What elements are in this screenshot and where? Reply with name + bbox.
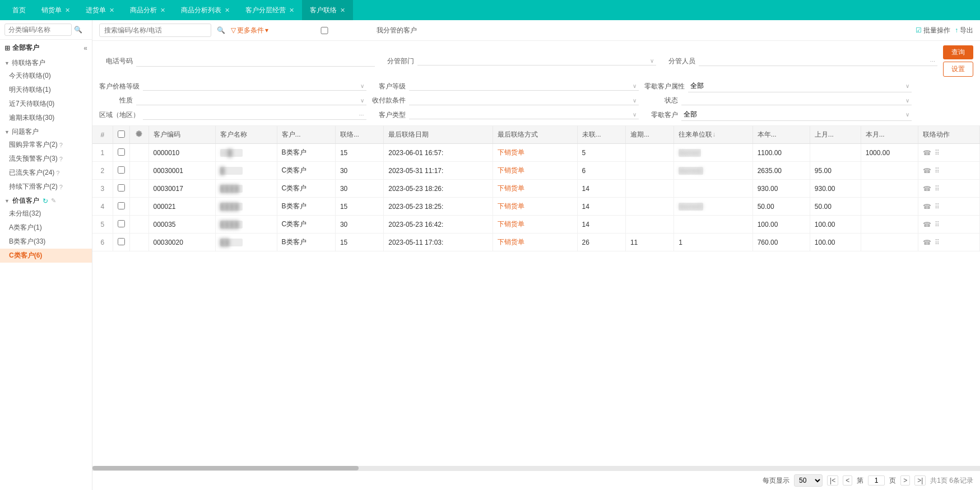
- sidebar-item-tomorrow[interactable]: 明天待联络(1): [0, 83, 92, 97]
- sidebar-item-churn-warn[interactable]: 流失预警客户(3) ?: [0, 152, 92, 166]
- cell-checkbox[interactable]: [113, 234, 129, 251]
- filter-price-level-select[interactable]: ∨: [143, 82, 366, 91]
- cell-checkbox[interactable]: [113, 162, 129, 180]
- contact-phone-icon[interactable]: ☎: [923, 149, 931, 157]
- edit-icon[interactable]: ✎: [51, 197, 56, 204]
- sidebar-item-ungrouped[interactable]: 未分组(32): [0, 207, 92, 221]
- filter-region-select[interactable]: ···: [143, 110, 366, 120]
- filter-customer-level-select[interactable]: ∨: [409, 82, 639, 91]
- help-churned-icon[interactable]: ?: [56, 170, 59, 176]
- select-all-checkbox[interactable]: [118, 130, 125, 138]
- more-actions-icon[interactable]: ⠿: [935, 167, 940, 175]
- search-input[interactable]: [99, 24, 211, 37]
- nav-sales[interactable]: 销货单 ✕: [34, 0, 78, 20]
- cell-unit-history: blurred: [674, 144, 753, 162]
- sidebar-group-value[interactable]: 价值客户 ↻ ✎: [0, 194, 92, 207]
- row-checkbox[interactable]: [118, 184, 125, 192]
- more-actions-icon[interactable]: ⠿: [935, 149, 940, 157]
- row-checkbox[interactable]: [118, 148, 125, 156]
- more-actions-icon[interactable]: ⠿: [935, 239, 940, 246]
- help-churn-warn-icon[interactable]: ?: [59, 156, 63, 162]
- cell-checkbox[interactable]: [113, 144, 129, 162]
- nav-next-btn[interactable]: >: [900, 475, 910, 486]
- contact-phone-icon[interactable]: ☎: [923, 203, 931, 211]
- my-managed-checkbox[interactable]: 我分管的客户: [274, 26, 417, 35]
- close-contact-icon[interactable]: ✕: [340, 7, 345, 14]
- export-btn[interactable]: ↑ 导出: [955, 26, 973, 35]
- nav-prev-btn[interactable]: <: [843, 475, 852, 486]
- close-purchase-icon[interactable]: ✕: [109, 7, 114, 14]
- close-analysis-icon[interactable]: ✕: [160, 7, 165, 14]
- sidebar-search-input[interactable]: [4, 24, 72, 36]
- filter-customer-level-label: 客户等级: [372, 82, 406, 91]
- sidebar-item-abnormal[interactable]: 囤购异常客户(2) ?: [0, 138, 92, 152]
- cell-not-contacted: 14: [577, 198, 625, 216]
- batch-action-btn[interactable]: ☑ 批量操作: [916, 26, 950, 35]
- contact-phone-icon[interactable]: ☎: [923, 239, 931, 246]
- filter-dept-select[interactable]: ∨: [417, 57, 656, 66]
- sidebar-item-week[interactable]: 近7天待联络(0): [0, 97, 92, 111]
- row-checkbox[interactable]: [118, 166, 125, 174]
- per-page-select[interactable]: 50 100: [794, 474, 823, 487]
- row-checkbox[interactable]: [118, 202, 125, 209]
- row-checkbox[interactable]: [118, 238, 125, 245]
- more-actions-icon[interactable]: ⠿: [935, 203, 940, 211]
- sidebar-item-class-c[interactable]: C类客户(6): [0, 249, 92, 263]
- sidebar-group-pending[interactable]: 待联络客户: [0, 56, 92, 69]
- row-checkbox[interactable]: [118, 220, 125, 227]
- help-abnormal-icon[interactable]: ?: [59, 142, 63, 148]
- manager-more-icon[interactable]: ···: [930, 58, 935, 64]
- sidebar-collapse-icon[interactable]: «: [83, 44, 87, 52]
- filter-payment-select[interactable]: ∨: [409, 96, 639, 105]
- filter-status-select[interactable]: ∨: [681, 96, 912, 105]
- nav-customer-layer[interactable]: 客户分层经营 ✕: [238, 0, 302, 20]
- my-managed-check[interactable]: [274, 27, 375, 34]
- close-analysis-list-icon[interactable]: ✕: [225, 7, 230, 14]
- more-actions-icon[interactable]: ⠿: [935, 221, 940, 228]
- close-layer-icon[interactable]: ✕: [289, 7, 294, 14]
- filter-row-1: 电话号码 分管部门 ∨ 分管人员 ···: [99, 45, 973, 77]
- nav-product-analysis[interactable]: 商品分析 ✕: [122, 0, 173, 20]
- nav-home[interactable]: 首页: [4, 0, 34, 20]
- refresh-icon[interactable]: ↻: [43, 197, 48, 205]
- sidebar-all-customers[interactable]: ⊞ 全部客户 «: [0, 40, 92, 56]
- filter-more-btn[interactable]: ▽ 更多条件 ▾: [231, 26, 268, 35]
- close-sales-icon[interactable]: ✕: [65, 7, 70, 14]
- cell-checkbox[interactable]: [113, 198, 129, 216]
- cell-checkbox[interactable]: [113, 180, 129, 198]
- query-button[interactable]: 查询: [943, 45, 973, 59]
- filter-customer-type-select[interactable]: ∨: [409, 110, 639, 119]
- sidebar-search-icon[interactable]: 🔍: [74, 26, 82, 34]
- filter-phone-input[interactable]: [136, 56, 375, 67]
- col-header-gear[interactable]: [129, 126, 148, 144]
- contact-phone-icon[interactable]: ☎: [923, 221, 931, 228]
- filter-retail-attr-select[interactable]: 全部 ∨: [688, 80, 912, 92]
- cell-checkbox[interactable]: [113, 216, 129, 234]
- nav-last-btn[interactable]: >|: [914, 475, 926, 486]
- horizontal-scrollbar[interactable]: [92, 466, 980, 470]
- page-input[interactable]: [868, 475, 885, 486]
- sidebar-item-churned[interactable]: 已流失客户(24) ?: [0, 166, 92, 180]
- nav-purchase[interactable]: 进货单 ✕: [78, 0, 122, 20]
- filter-retail-select[interactable]: 全部 ∨: [681, 109, 912, 121]
- nav-customer-contact[interactable]: 客户联络 ✕: [302, 0, 353, 20]
- sidebar-item-overdue[interactable]: 逾期未联络(30): [0, 111, 92, 125]
- setup-button[interactable]: 设置: [943, 62, 973, 77]
- nav-product-analysis-list[interactable]: 商品分析列表 ✕: [173, 0, 238, 20]
- more-actions-icon[interactable]: ⠿: [935, 185, 940, 193]
- help-declining-icon[interactable]: ?: [59, 184, 63, 190]
- contact-phone-icon[interactable]: ☎: [923, 185, 931, 193]
- scroll-thumb[interactable]: [92, 466, 359, 470]
- sidebar-item-class-b[interactable]: B类客户(33): [0, 235, 92, 249]
- filter-nature-select[interactable]: ∨: [136, 96, 366, 105]
- nav-first-btn[interactable]: |<: [827, 475, 838, 486]
- sidebar-item-declining[interactable]: 持续下滑客户(2) ?: [0, 180, 92, 194]
- search-bar: 🔍 ▽ 更多条件 ▾ 我分管的客户 ☑ 批量操作 ↑ 导出: [92, 20, 980, 41]
- search-submit-icon[interactable]: 🔍: [217, 26, 225, 34]
- sidebar-item-today[interactable]: 今天待联络(0): [0, 69, 92, 83]
- contact-phone-icon[interactable]: ☎: [923, 167, 931, 175]
- filter-manager-select[interactable]: ···: [699, 57, 937, 66]
- sidebar-group-problem[interactable]: 问题客户: [0, 125, 92, 138]
- sidebar-item-class-a[interactable]: A类客户(1): [0, 221, 92, 235]
- region-more-icon[interactable]: ···: [359, 111, 364, 118]
